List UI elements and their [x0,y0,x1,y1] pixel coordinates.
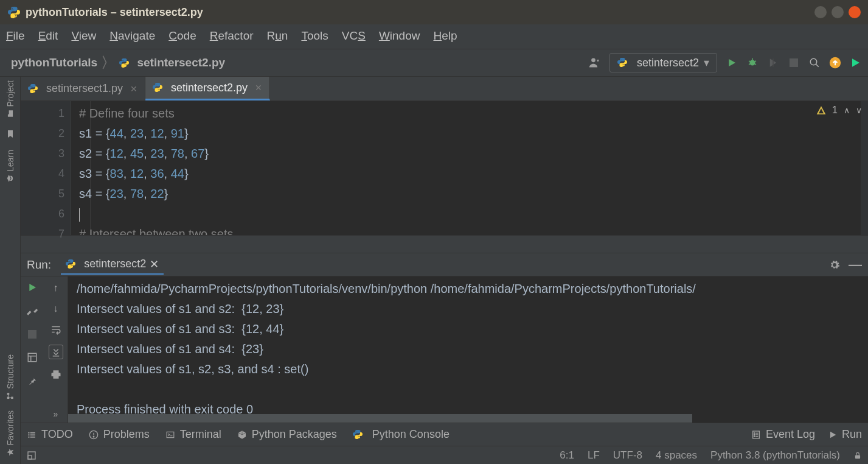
print-button[interactable] [50,369,62,380]
indent-setting[interactable]: 4 spaces [656,449,697,462]
editor-tab-label: setintersect2.py [171,82,248,94]
menu-run[interactable]: Run [267,29,288,43]
warning-count: 1 [832,105,838,116]
svg-rect-40 [28,455,32,459]
stop-run-button[interactable] [28,330,36,339]
up-stack-button[interactable]: ↑ [54,283,58,294]
tools-button[interactable] [27,306,38,317]
editor-tab[interactable]: setintersect2.py ✕ [145,77,270,100]
tool-packages[interactable]: Python Packages [237,428,337,441]
tool-problems[interactable]: Problems [89,428,150,441]
python-file-icon [119,58,130,69]
user-icon[interactable]: ▾ [589,57,601,69]
svg-rect-18 [28,353,36,362]
layout-button[interactable] [27,352,38,363]
code-editor[interactable]: 1234567 # Define four setss1 = {44, 23, … [21,101,868,235]
sidebar-tab-bookmarks[interactable] [5,129,15,139]
svg-point-34 [754,434,755,435]
warning-icon[interactable] [816,105,826,115]
svg-rect-27 [30,436,35,437]
svg-rect-31 [167,432,174,437]
settings-icon[interactable] [829,259,840,270]
debug-button[interactable] [746,57,759,69]
editor-tab[interactable]: setintersect1.py ✕ [21,77,145,100]
menu-vcs[interactable]: VCS [342,29,366,43]
menu-edit[interactable]: Edit [38,29,58,43]
lock-icon[interactable] [853,451,862,460]
tool-console[interactable]: Python Console [353,428,450,441]
window-title: pythonTutorials – setintersect2.py [26,6,203,19]
svg-rect-24 [28,436,29,437]
bottom-tool-buttons: TODO Problems Terminal Python Packages P… [21,423,868,446]
tool-todo[interactable]: TODO [27,428,73,441]
hide-panel-button[interactable]: — [849,257,862,273]
menu-code[interactable]: Code [168,29,196,43]
more-button[interactable]: » [54,409,58,419]
breadcrumb[interactable]: pythonTutorials 〉 setintersect2.py [6,53,230,72]
run-configuration-selector[interactable]: setintersect2 ▾ [609,53,717,72]
sidebar-tab-project[interactable]: Project [5,80,15,118]
python-file-icon [66,259,77,270]
search-everywhere-button[interactable] [808,57,821,69]
update-available-icon[interactable] [829,57,841,69]
svg-point-30 [93,436,94,437]
console-output[interactable]: /home/fahmida/PycharmProjects/pythonTuto… [68,276,868,423]
svg-point-2 [750,60,755,66]
menu-view[interactable]: View [71,29,96,43]
window-minimize-button[interactable] [814,6,827,18]
run-button[interactable] [726,57,738,69]
svg-line-10 [816,64,819,67]
close-tab-icon[interactable]: ✕ [255,83,262,93]
menu-bar: File Edit View Navigate Code Refactor Ru… [0,24,868,49]
run-toolbar-secondary: ↑ ↓ » [44,276,68,423]
tool-run[interactable]: Run [828,428,862,441]
coverage-button[interactable] [767,57,779,69]
menu-navigate[interactable]: Navigate [109,29,155,43]
menu-window[interactable]: Window [379,29,420,43]
close-tab-icon[interactable]: ✕ [130,84,137,94]
svg-point-0 [591,58,595,63]
horizontal-scrollbar[interactable] [68,414,692,423]
scroll-to-end-button[interactable] [49,345,63,359]
cursor-position[interactable]: 6:1 [560,449,574,462]
sidebar-tab-learn[interactable]: Learn [5,150,15,183]
sidebar-tab-favorites[interactable]: Favorites [5,410,15,457]
ide-features-button[interactable] [850,57,862,69]
run-label: Run: [27,258,51,272]
status-bar: 6:1 LF UTF-8 4 spaces Python 3.8 (python… [21,446,868,464]
python-file-icon [617,57,628,68]
run-tab[interactable]: setintersect2 ✕ [61,255,164,275]
next-highlight-button[interactable]: ∨ [856,105,862,115]
menu-tools[interactable]: Tools [301,29,328,43]
pin-button[interactable] [27,376,37,386]
horizontal-splitter[interactable] [21,235,868,253]
menu-file[interactable]: File [6,29,25,43]
app-icon [7,5,21,19]
soft-wrap-button[interactable] [50,324,62,335]
quick-actions-button[interactable] [27,451,36,460]
prev-highlight-button[interactable]: ∧ [844,105,850,115]
tool-event-log[interactable]: Event Log [751,428,815,441]
menu-refactor[interactable]: Refactor [210,29,254,43]
breadcrumb-project[interactable]: pythonTutorials [6,54,102,72]
run-toolbar-primary [21,276,44,423]
marker-bar[interactable] [861,101,868,235]
breadcrumb-file[interactable]: setintersect2.py [114,54,230,72]
sidebar-tab-structure[interactable]: Structure [5,354,15,400]
file-encoding[interactable]: UTF-8 [613,449,642,462]
line-number-gutter: 1234567 [21,101,71,235]
stop-button[interactable] [788,57,800,69]
python-interpreter[interactable]: Python 3.8 (pythonTutorials) [710,449,840,462]
svg-rect-17 [28,330,36,339]
tool-terminal[interactable]: Terminal [165,428,221,441]
menu-help[interactable]: Help [433,29,457,43]
window-maximize-button[interactable] [832,6,844,18]
rerun-button[interactable] [27,283,37,292]
svg-rect-25 [30,432,35,433]
svg-rect-22 [28,432,29,433]
svg-point-33 [754,432,755,433]
window-close-button[interactable] [849,6,861,18]
close-run-tab-icon[interactable]: ✕ [150,258,159,271]
line-separator[interactable]: LF [588,449,600,462]
down-stack-button[interactable]: ↓ [54,303,58,314]
